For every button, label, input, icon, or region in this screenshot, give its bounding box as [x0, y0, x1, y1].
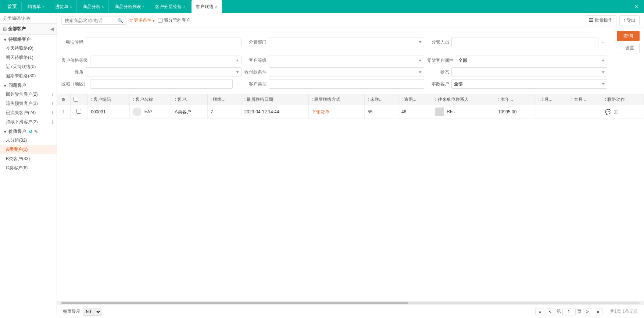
- page-number-input[interactable]: [562, 308, 576, 315]
- refresh-icon[interactable]: ↺: [29, 129, 32, 134]
- nav-tab-customer-segmentation[interactable]: 客户分层经营 ×: [151, 0, 190, 13]
- customer-level-select[interactable]: [269, 56, 425, 65]
- area-more-btn[interactable]: ···: [235, 81, 242, 86]
- nav-tab-product-analysis-list[interactable]: 商品分析列表 ×: [110, 0, 150, 13]
- my-customers-filter[interactable]: 我分管的客户: [158, 17, 190, 24]
- price-level-select[interactable]: [90, 56, 242, 65]
- nav-home[interactable]: 首页: [3, 2, 22, 11]
- sidebar-item-churned[interactable]: 已流失客户(24) ℹ: [0, 108, 57, 117]
- area-input[interactable]: [90, 79, 233, 89]
- th-last-contact-date[interactable]: : 最后联络日期: [241, 94, 308, 105]
- th-unit-contact[interactable]: : 往来单位联系人: [432, 94, 495, 105]
- prev-page-btn[interactable]: <: [546, 308, 555, 315]
- cell-code: 000031: [88, 105, 130, 119]
- sidebar-item-today-contact[interactable]: 今天待联络(0): [0, 44, 57, 53]
- sidebar-item-repurchase-abnormal[interactable]: 回购异常客户(2) ℹ: [0, 90, 57, 99]
- close-tab-customer-contact[interactable]: ×: [215, 5, 217, 9]
- sidebar-item-tomorrow-contact[interactable]: 明天待联络(1): [0, 53, 57, 62]
- sidebar-item-a-class[interactable]: A类客户(1): [0, 145, 57, 154]
- sidebar-item-c-class[interactable]: C类客户(6): [0, 163, 57, 173]
- sidebar-search-input[interactable]: [3, 16, 57, 21]
- nature-select[interactable]: [86, 67, 242, 77]
- filter-cell-payment: 收付款条件: [244, 67, 425, 77]
- sidebar-group-value[interactable]: ▼ 价值客户 ↺ ✎: [0, 127, 57, 136]
- area-label: 区域（地区）: [61, 81, 88, 87]
- per-page-select[interactable]: 50 100 200: [83, 308, 101, 316]
- sidebar-item-churn-warning[interactable]: 流失预警客户(3) ℹ: [0, 99, 57, 108]
- info-icon-1: ℹ: [52, 92, 54, 97]
- window-close-button[interactable]: ×: [632, 3, 641, 10]
- sidebar-item-b-class[interactable]: B类客户(33): [0, 154, 57, 163]
- total-records: 共1页 1条记录: [610, 308, 638, 315]
- th-action[interactable]: : 联络动作: [602, 94, 644, 105]
- sidebar-all-customers-header[interactable]: ⊞ 全部客户 ◀: [0, 24, 57, 35]
- close-tab-product-analysis-list[interactable]: ×: [143, 5, 145, 9]
- retail-attr-select[interactable]: 全部: [456, 56, 607, 65]
- sidebar-item-ungrouped[interactable]: 未分组(32): [0, 136, 57, 145]
- th-code[interactable]: : 客户编码: [88, 94, 130, 105]
- sidebar-item-declining[interactable]: 持续下滑客户(2) ℹ: [0, 117, 57, 127]
- payment-label: 收付款条件: [244, 69, 266, 75]
- th-checkbox[interactable]: [70, 94, 88, 105]
- close-tab-product-analysis[interactable]: ×: [102, 5, 104, 9]
- payment-select[interactable]: [269, 67, 425, 77]
- dept-select[interactable]: [269, 38, 425, 47]
- th-category[interactable]: : 客户...: [172, 94, 207, 105]
- select-all-checkbox[interactable]: [74, 97, 78, 102]
- export-btn[interactable]: ↑ 导出: [619, 15, 640, 25]
- horizontal-scrollbar[interactable]: [57, 301, 644, 305]
- last-page-btn[interactable]: »: [594, 308, 603, 315]
- cell-name: Ea?: [130, 105, 172, 119]
- cell-overdue: 48: [398, 105, 432, 119]
- close-tab-sales[interactable]: ×: [42, 5, 44, 9]
- content-area: 🔍 ▽ 更多条件 ▾ 我分管的客户 ☰ 批量操作 ↑ 导出: [57, 13, 644, 318]
- nav-tab-sales[interactable]: 销售单 ×: [23, 0, 49, 13]
- collapse-icon[interactable]: ◀: [50, 26, 54, 32]
- th-settings[interactable]: ⚙: [57, 94, 70, 105]
- sidebar-group-pending[interactable]: ▼ 待联络客户: [0, 35, 57, 44]
- th-no-contact[interactable]: : 未联...: [365, 94, 398, 105]
- sidebar-item-7days-contact[interactable]: 近7天待联络(0): [0, 62, 57, 71]
- person-input[interactable]: [451, 38, 598, 47]
- customer-type-input[interactable]: [269, 79, 425, 89]
- phone-input[interactable]: [86, 38, 242, 47]
- nav-tab-purchase[interactable]: 进货单 ×: [51, 0, 77, 13]
- sidebar-group-problem[interactable]: ▼ 问题客户: [0, 81, 57, 90]
- more-conditions-btn[interactable]: ▽ 更多条件 ▾: [129, 17, 155, 24]
- th-last-contact-method[interactable]: : 最后联络方式: [308, 94, 364, 105]
- first-page-btn[interactable]: «: [535, 308, 544, 315]
- query-btn[interactable]: 查询: [617, 31, 640, 41]
- next-page-btn[interactable]: >: [583, 308, 592, 315]
- th-name[interactable]: : 客户名称: [130, 94, 172, 105]
- retail-customer-select[interactable]: 全部: [451, 79, 607, 89]
- cell-checkbox[interactable]: [70, 105, 88, 119]
- settings-btn[interactable]: 设置: [620, 43, 640, 53]
- scroll-thumb[interactable]: [61, 302, 408, 304]
- top-navigation: 首页 销售单 × 进货单 × 商品分析 × 商品分析列表 × 客户分层经营 × …: [0, 0, 644, 13]
- info-icon-4: ℹ: [52, 120, 54, 125]
- share-icon[interactable]: ⊞: [613, 109, 618, 115]
- nav-tab-customer-contact[interactable]: 客户联络 ×: [192, 0, 222, 13]
- nav-tab-product-analysis[interactable]: 商品分析 ×: [78, 0, 109, 13]
- data-table-container: ⚙ : 客户编码 : 客户名称 : 客户... : 联络... : 最后联络日期…: [57, 94, 644, 301]
- my-customers-checkbox[interactable]: [158, 18, 162, 23]
- status-select[interactable]: [451, 67, 607, 77]
- person-more-btn[interactable]: ···: [601, 40, 607, 45]
- batch-operations-btn[interactable]: ☰ 批量操作: [585, 15, 616, 25]
- message-icon[interactable]: 💬: [605, 109, 611, 115]
- row-checkbox[interactable]: [76, 109, 81, 114]
- edit-icon[interactable]: ✎: [34, 129, 38, 134]
- retail-customer-label: 零散客户: [427, 81, 449, 87]
- th-this-month[interactable]: : 本月...: [568, 94, 602, 105]
- close-tab-customer-segmentation[interactable]: ×: [183, 5, 185, 9]
- th-last-month[interactable]: : 上月...: [534, 94, 568, 105]
- th-overdue[interactable]: : 逾期...: [398, 94, 432, 105]
- filter-cell-price-level: 客户价格等级: [61, 56, 242, 65]
- close-tab-purchase[interactable]: ×: [70, 5, 72, 9]
- th-contact[interactable]: : 联络...: [207, 94, 241, 105]
- sidebar-item-overdue-contact[interactable]: 逾期未联络(30): [0, 71, 57, 81]
- contact-method-link[interactable]: 下销货单: [312, 109, 329, 114]
- search-icon[interactable]: 🔍: [118, 18, 123, 23]
- th-this-year[interactable]: : 本年...: [495, 94, 534, 105]
- search-input[interactable]: [65, 18, 116, 23]
